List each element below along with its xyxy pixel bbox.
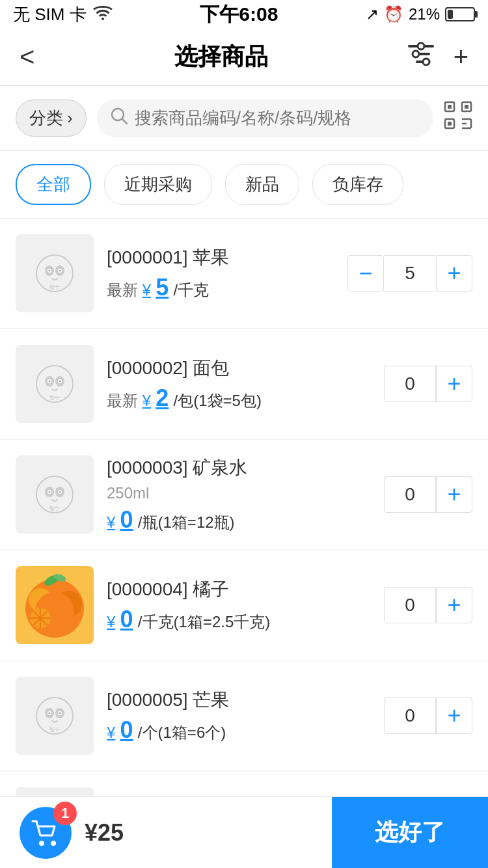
product-image: 智十	[16, 455, 94, 534]
tab-recent-purchase[interactable]: 近期采购	[104, 164, 212, 205]
product-price: 最新 ¥ 2 /包(1袋=5包)	[107, 385, 371, 412]
decrease-button[interactable]: −	[347, 255, 384, 292]
product-spec: 250ml	[107, 484, 371, 502]
quantity-control: − +	[347, 255, 472, 292]
status-bar: 无 SIM 卡 下午6:08 ↗ ⏰ 21%	[0, 0, 488, 29]
nav-bar: < 选择商品 +	[0, 29, 488, 86]
increase-button[interactable]: +	[436, 698, 472, 734]
product-info: [0000005] 芒果 ¥ 0 /个(1箱=6个)	[107, 688, 371, 744]
svg-point-24	[59, 270, 61, 272]
bottom-bar: 1 ¥25 选好了	[0, 796, 488, 868]
product-info: [0000003] 矿泉水 250ml ¥ 0 /瓶(1箱=12瓶)	[107, 455, 371, 534]
increase-button[interactable]: +	[436, 366, 472, 402]
cart-badge: 1	[53, 802, 77, 825]
category-button[interactable]: 分类 ›	[16, 100, 87, 137]
product-image	[16, 566, 94, 644]
price-value: 0	[120, 716, 133, 743]
tab-negative-stock[interactable]: 负库存	[312, 164, 403, 205]
quantity-input[interactable]	[384, 698, 436, 734]
svg-point-40	[59, 491, 61, 493]
add-button[interactable]: +	[454, 42, 468, 72]
product-price: 最新 ¥ 5 /千克	[107, 274, 334, 301]
cart-area: 1 ¥25	[0, 807, 332, 859]
product-image: 智十	[16, 345, 94, 423]
owl-placeholder: 智十	[16, 455, 94, 534]
svg-text:智十: 智十	[49, 506, 60, 511]
quantity-input[interactable]	[384, 587, 436, 623]
quantity-control: +	[384, 698, 472, 734]
chevron-right-icon: ›	[67, 108, 73, 128]
list-item: 智十 [0000003] 矿泉水 250ml ¥ 0 /瓶(1箱=12瓶) +	[0, 440, 488, 549]
list-item: 智十 [0000005] 芒果 ¥ 0 /个(1箱=6个) +	[0, 661, 488, 770]
price-unit: /千克	[174, 281, 210, 299]
list-item: 智十 [0000002] 面包 最新 ¥ 2 /包(1袋=5包) +	[0, 329, 488, 439]
search-input-wrap	[97, 99, 433, 137]
alarm-icon: ⏰	[384, 5, 403, 23]
product-info: [0000004] 橘子 ¥ 0 /千克(1箱=2.5千克)	[107, 577, 371, 633]
cart-total: ¥25	[85, 819, 124, 847]
status-time: 下午6:08	[200, 1, 278, 28]
svg-point-31	[49, 381, 51, 383]
svg-point-3	[418, 43, 424, 49]
tab-all[interactable]: 全部	[16, 164, 91, 205]
quantity-input[interactable]	[384, 255, 436, 292]
price-label: 最新	[107, 281, 142, 299]
battery-text: 21%	[409, 5, 440, 23]
product-price: ¥ 0 /个(1箱=6个)	[107, 716, 371, 744]
filter-icon[interactable]	[408, 42, 434, 72]
price-unit: /瓶(1箱=12瓶)	[138, 513, 235, 531]
tab-new-items[interactable]: 新品	[225, 164, 299, 205]
product-info: [0000002] 面包 最新 ¥ 2 /包(1袋=5包)	[107, 356, 371, 412]
svg-point-4	[413, 51, 419, 57]
search-input[interactable]	[135, 108, 420, 128]
nav-left: <	[20, 42, 34, 72]
svg-text:智十: 智十	[49, 727, 60, 733]
increase-button[interactable]: +	[436, 476, 472, 513]
increase-button[interactable]: +	[436, 255, 472, 292]
svg-point-59	[59, 712, 61, 714]
back-button[interactable]: <	[20, 42, 34, 72]
product-name: [0000002] 面包	[107, 356, 371, 381]
quantity-input[interactable]	[384, 476, 436, 513]
svg-text:智十: 智十	[49, 395, 60, 401]
svg-rect-13	[448, 122, 452, 126]
list-item: [0000004] 橘子 ¥ 0 /千克(1箱=2.5千克) +	[0, 550, 488, 660]
product-info: [0000001] 苹果 最新 ¥ 5 /千克	[107, 245, 334, 301]
price-label: 最新	[107, 392, 142, 409]
price-symbol: ¥	[107, 724, 115, 741]
owl-placeholder: 智十	[16, 677, 94, 755]
cart-icon-button[interactable]: 1	[20, 807, 72, 859]
price-value: 5	[156, 274, 169, 301]
price-symbol: ¥	[142, 392, 151, 409]
product-list: 智十 [0000001] 苹果 最新 ¥ 5 /千克 − +	[0, 219, 488, 868]
owl-placeholder: 智十	[16, 234, 94, 312]
battery-icon	[445, 7, 475, 21]
price-value: 2	[156, 385, 169, 411]
quantity-control: +	[384, 476, 472, 513]
location-icon: ↗	[366, 5, 379, 23]
product-name: [0000005] 芒果	[107, 688, 371, 712]
wifi-icon	[93, 5, 113, 25]
scan-icon[interactable]	[444, 101, 472, 136]
search-bar: 分类 ›	[0, 86, 488, 151]
increase-button[interactable]: +	[436, 587, 472, 623]
quantity-input[interactable]	[384, 366, 436, 402]
quantity-control: +	[384, 366, 472, 402]
category-label: 分类	[29, 107, 63, 129]
confirm-button[interactable]: 选好了	[332, 797, 488, 869]
product-price: ¥ 0 /千克(1箱=2.5千克)	[107, 606, 371, 633]
svg-point-58	[49, 712, 51, 714]
product-price: ¥ 0 /瓶(1箱=12瓶)	[107, 506, 371, 534]
owl-placeholder: 智十	[16, 345, 94, 423]
price-symbol: ¥	[107, 613, 115, 631]
svg-point-32	[59, 381, 61, 383]
price-unit: /个(1箱=6个)	[138, 724, 226, 741]
status-left: 无 SIM 卡	[13, 3, 113, 26]
svg-point-70	[39, 841, 44, 846]
price-unit: /千克(1箱=2.5千克)	[138, 613, 270, 631]
status-right: ↗ ⏰ 21%	[366, 5, 475, 23]
price-symbol: ¥	[107, 513, 115, 531]
svg-point-23	[49, 270, 51, 272]
product-name: [0000004] 橘子	[107, 577, 371, 602]
filter-tabs: 全部 近期采购 新品 负库存	[0, 151, 488, 219]
